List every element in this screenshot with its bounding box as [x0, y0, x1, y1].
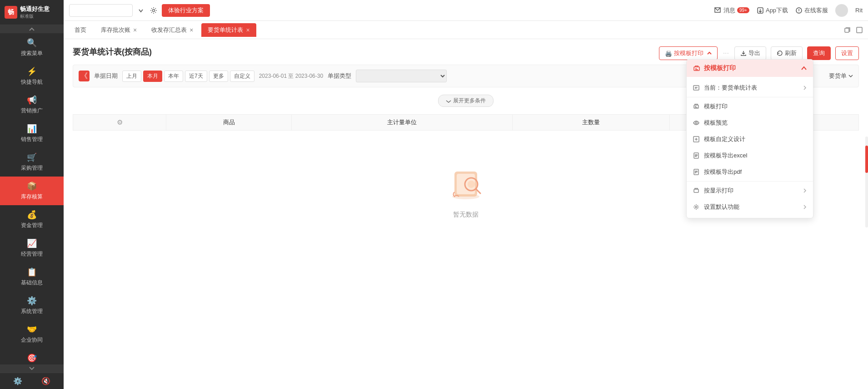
dropdown-display-print[interactable]: 按显示打印	[687, 182, 813, 199]
dropdown-template-print[interactable]: 模板打印	[687, 98, 813, 115]
dropdown-panel: 按模板打印 当前：要货单统计表 模板打印	[686, 59, 813, 218]
tab-maximize-icon[interactable]	[855, 26, 863, 34]
online-service-label: 在线客服	[804, 6, 828, 15]
purchase-icon: 🛒	[27, 152, 37, 162]
topbar-gear-icon[interactable]	[149, 6, 158, 15]
date-label: 单据日期	[94, 72, 118, 80]
template-print-label: 模板打印	[704, 102, 728, 111]
sidebar-item-purchase[interactable]: 🛒 采购管理	[0, 148, 64, 177]
dropdown-header-left: 按模板打印	[693, 64, 736, 72]
sidebar-item-system[interactable]: ⚙️ 系统管理	[0, 291, 64, 320]
date-btn-custom[interactable]: 自定义	[230, 71, 254, 82]
sidebar-item-operations[interactable]: 📈 经营管理	[0, 234, 64, 263]
template-preview-label: 模板预览	[704, 119, 728, 127]
dropdown-template-excel[interactable]: 按模板导出excel	[687, 147, 813, 164]
date-btn-more[interactable]: 更多	[209, 71, 228, 82]
table-gear-icon[interactable]: ⚙	[117, 118, 123, 126]
user-avatar[interactable]	[835, 4, 848, 17]
divider-before-display	[687, 181, 813, 182]
sidebar-item-sales[interactable]: 📊 销售管理	[0, 119, 64, 148]
username-label[interactable]: Rit	[855, 7, 863, 14]
sidebar-item-label: 系统管理	[21, 308, 43, 315]
type-label: 单据类型	[328, 72, 351, 80]
tab-home[interactable]: 首页	[68, 23, 93, 37]
default-func-icon	[693, 204, 699, 210]
scrollbar-thumb[interactable]	[865, 146, 868, 173]
tab-restore-icon[interactable]	[843, 26, 852, 34]
date-range: 2023-06-01 至 2023-06-30	[259, 72, 323, 80]
refresh-icon	[777, 50, 783, 56]
export-label: 导出	[748, 49, 760, 57]
refresh-btn[interactable]: 刷新	[771, 46, 803, 60]
mute-icon[interactable]: 🔇	[41, 377, 50, 385]
print-template-btn[interactable]: 🖨️ 按模板打印	[659, 46, 718, 60]
tab-inventory-batch[interactable]: 库存批次账 ×	[95, 23, 143, 37]
sidebar-item-shortcut[interactable]: ⚡ 快捷导航	[0, 62, 64, 91]
divider-after-current	[687, 97, 813, 97]
tab-collection-summary-close[interactable]: ×	[190, 27, 193, 33]
sidebar-item-label: 采购管理	[21, 164, 43, 172]
sidebar-item-marketing[interactable]: 📢 营销推广	[0, 91, 64, 119]
main-area: 体验行业方案 消息 99+ App下载 在线客服 Rit 首页 库存	[64, 0, 868, 389]
tab-collection-summary[interactable]: 收发存汇总表 ×	[145, 23, 200, 37]
logo-text: 畅通好生意 标准版	[20, 5, 50, 19]
topbar-dropdown-icon[interactable]	[136, 6, 145, 15]
tab-order-stats-close[interactable]: ×	[246, 27, 249, 33]
topbar-search-input[interactable]	[69, 4, 133, 17]
print-chevron-up-icon	[707, 51, 712, 56]
sidebar-item-label: 快捷导航	[21, 78, 43, 86]
page-scrollbar[interactable]	[865, 136, 868, 227]
date-btn-prev[interactable]: 上月	[122, 71, 141, 82]
settings-bottom-icon[interactable]: ⚙️	[13, 377, 22, 385]
date-btn-year[interactable]: 本年	[164, 71, 183, 82]
type-select[interactable]	[356, 70, 447, 82]
sidebar-scroll-down[interactable]	[0, 364, 64, 373]
filter-expand-btn[interactable]: 《	[79, 71, 90, 81]
shortcut-icon: ⚡	[27, 66, 37, 76]
date-btn-current[interactable]: 本月	[143, 71, 162, 82]
export-icon	[740, 50, 747, 56]
dropdown-print-icon	[693, 65, 700, 72]
sidebar-item-search[interactable]: 🔍 搜索菜单	[0, 33, 64, 62]
dropdown-template-design[interactable]: 模板自定义设计	[687, 131, 813, 147]
page-actions: 🖨️ 按模板打印 ··· 导出 刷新 查询 设置	[659, 46, 859, 60]
template-pdf-icon	[693, 169, 699, 175]
sidebar-item-basic[interactable]: 📋 基础信息	[0, 263, 64, 291]
svg-point-19	[695, 206, 697, 208]
dropdown-template-pdf[interactable]: 按模板导出pdf	[687, 164, 813, 180]
app-download-btn[interactable]: App下载	[757, 6, 788, 15]
sidebar-item-guide[interactable]: 🎯 新手引导	[0, 349, 64, 364]
date-btn-week7[interactable]: 近7天	[185, 71, 207, 82]
current-template-label: 当前：要货单统计表	[704, 84, 798, 92]
dropdown-current-template[interactable]: 当前：要货单统计表	[687, 80, 813, 96]
query-btn[interactable]: 查询	[807, 46, 831, 60]
table-col-settings[interactable]: ⚙	[73, 115, 166, 131]
export-btn[interactable]: 导出	[734, 46, 766, 60]
tab-order-stats[interactable]: 要货单统计表 ×	[201, 23, 256, 37]
sidebar-item-collab[interactable]: 🤝 企业协同	[0, 320, 64, 349]
sidebar-item-label: 基础信息	[21, 279, 43, 287]
dropdown-template-preview[interactable]: 模板预览	[687, 115, 813, 131]
trial-btn[interactable]: 体验行业方案	[162, 4, 210, 17]
sidebar-item-inventory[interactable]: 📦 库存核算	[0, 177, 64, 205]
sidebar-item-label: 销售管理	[21, 136, 43, 143]
online-service-btn[interactable]: 在线客服	[795, 6, 828, 15]
sidebar-scroll-up[interactable]	[0, 25, 64, 33]
app-title: 畅通好生意	[20, 5, 50, 13]
sidebar-item-label: 企业协同	[21, 336, 43, 344]
order-type-chevron-icon	[848, 74, 853, 78]
svg-rect-18	[694, 189, 698, 192]
dropdown-default-func[interactable]: 设置默认功能	[687, 199, 813, 215]
expand-more-btn[interactable]: 展开更多条件	[438, 95, 494, 107]
basic-icon: 📋	[27, 267, 37, 277]
dropdown-title: 按模板打印	[704, 64, 736, 72]
tab-inventory-batch-close[interactable]: ×	[133, 27, 137, 33]
settings-btn[interactable]: 设置	[835, 46, 859, 60]
messages-btn[interactable]: 消息 99+	[713, 6, 749, 15]
tab-order-stats-label: 要货单统计表	[208, 26, 243, 34]
tab-home-label: 首页	[75, 26, 86, 34]
template-preview-icon	[693, 120, 699, 126]
dropdown-panel-body: 当前：要货单统计表 模板打印 模板预览 模板自定义设计	[687, 77, 813, 218]
sidebar-item-label: 搜索菜单	[21, 50, 43, 57]
sidebar-item-finance[interactable]: 💰 资金管理	[0, 205, 64, 234]
